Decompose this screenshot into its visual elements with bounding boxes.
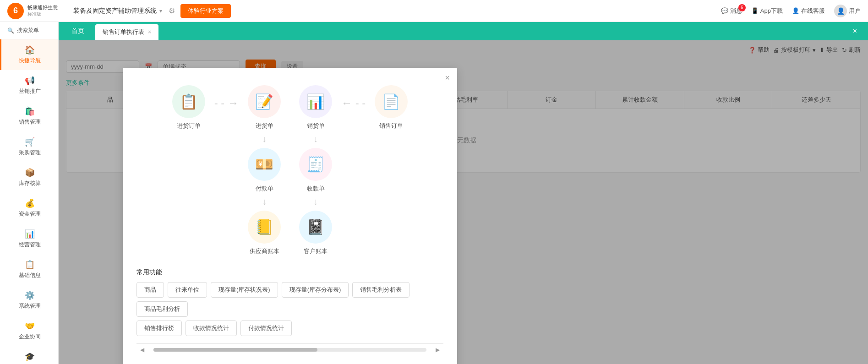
receipt-label: 收款单 (307, 185, 325, 193)
flow-node-supplier-ledger: 📒 供应商账本 (248, 211, 281, 255)
purchase-order-icon: 📋 (172, 85, 205, 118)
sidebar-label-inventory: 库存核算 (19, 179, 41, 187)
basic-icon: 📋 (25, 260, 35, 270)
system-icon: ⚙️ (25, 290, 35, 300)
sidebar-label-purchase: 采购管理 (19, 149, 41, 157)
sales-icon: 🛍️ (25, 106, 35, 116)
settings-icon[interactable]: ⚙ (169, 6, 175, 15)
sidebar-item-marketing[interactable]: 📢 营销推广 (0, 70, 58, 101)
tab-sales-order[interactable]: 销售订单执行表 × (95, 24, 158, 40)
flow-node-purchase-bill: 📝 进货单 (248, 85, 281, 130)
func-btn-sales-profit[interactable]: 销售毛利分析表 (352, 282, 409, 298)
operation-icon: 📊 (25, 229, 35, 239)
sidebar-item-newbie[interactable]: 🎓 新手引导 (0, 346, 58, 364)
func-btn-stock-status[interactable]: 现存量(库存状况表) (211, 282, 278, 298)
purchase-bill-label: 进货单 (256, 122, 273, 130)
purchase-icon: 🛒 (25, 137, 35, 147)
flow-node-purchase-order: 📋 进货订单 (172, 85, 205, 130)
user-name: 用户 (849, 7, 861, 15)
quick-nav-icon: 🏠 (25, 45, 35, 55)
app-download-icon: 📱 (751, 7, 759, 14)
search-menu[interactable]: 🔍 搜索菜单 (0, 22, 58, 39)
sidebar-item-enterprise[interactable]: 🤝 企业协同 (0, 315, 58, 346)
common-functions: 常用功能 商品 往来单位 现存量(库存状况表) 现存量(库存分布表) 销售毛利分… (136, 268, 443, 336)
tab-bar-close-icon[interactable]: × (846, 27, 864, 35)
search-icon: 🔍 (7, 27, 14, 34)
modal-overlay[interactable]: × 📋 进货订单 (59, 40, 868, 364)
online-service-label: 在线客服 (801, 7, 825, 15)
flow-node-receipt: 🧾 收款单 (299, 148, 332, 193)
flow-node-customer-ledger: 📓 客户账本 (299, 211, 332, 255)
tab-sales-order-label: 销售订单执行表 (103, 28, 144, 36)
sidebar-item-purchase[interactable]: 🛒 采购管理 (0, 131, 58, 162)
enterprise-icon: 🤝 (25, 321, 35, 331)
func-buttons-row2: 销售排行榜 收款情况统计 付款情况统计 (136, 321, 443, 336)
receipt-icon: 🧾 (299, 148, 332, 181)
sidebar-item-quick-nav[interactable]: 🏠 快捷导航 (0, 39, 58, 70)
scroll-track (153, 348, 426, 352)
sidebar-item-inventory[interactable]: 📦 库存核算 (0, 162, 58, 193)
app-download-label: App下载 (760, 7, 783, 15)
message-action[interactable]: 💬 消息 6 (721, 7, 742, 15)
purchase-bill-icon: 📝 (248, 85, 281, 118)
tab-home[interactable]: 首页 (62, 22, 93, 40)
sales-bill-icon: 📊 (299, 85, 332, 118)
func-btn-product[interactable]: 商品 (136, 282, 164, 298)
search-label: 搜索菜单 (17, 27, 39, 34)
purchase-order-label: 进货订单 (177, 122, 201, 130)
sidebar-label-marketing: 营销推广 (19, 87, 41, 95)
message-icon: 💬 (721, 7, 728, 14)
logo-sub: 标准版 (27, 11, 58, 17)
content-area: 首页 销售订单执行表 × × ❓ 帮助 (59, 22, 868, 364)
sidebar-label-quick-nav: 快捷导航 (19, 57, 41, 65)
logo-icon: 6 (7, 3, 24, 19)
tab-close-icon[interactable]: × (148, 29, 151, 35)
flow-node-payment: 💴 付款单 (248, 148, 281, 193)
experience-btn[interactable]: 体验行业方案 (180, 4, 231, 18)
logo-area: 6 畅康通好生意 标准版 (7, 3, 66, 19)
sidebar-item-system[interactable]: ⚙️ 系统管理 (0, 285, 58, 315)
inventory-icon: 📦 (25, 168, 35, 178)
func-btn-payment-stats[interactable]: 付款情况统计 (240, 321, 292, 336)
system-name: 装备及固定资产辅助管理系统 (73, 7, 157, 15)
scroll-bar-area: ◀ ▶ (136, 343, 443, 356)
app-download-action[interactable]: 📱 App下载 (751, 7, 783, 15)
online-service-action[interactable]: 👤 在线客服 (792, 7, 825, 15)
flow-node-sales-order: 📄 销售订单 (375, 85, 408, 130)
user-action[interactable]: 👤 用户 (834, 5, 861, 17)
func-btn-product-profit[interactable]: 商品毛利分析 (136, 301, 188, 317)
customer-ledger-label: 客户账本 (304, 247, 328, 255)
system-title: 装备及固定资产辅助管理系统 ▾ ⚙ (73, 6, 175, 15)
payment-label: 付款单 (256, 185, 273, 193)
marketing-icon: 📢 (25, 76, 35, 86)
tab-bar: 首页 销售订单执行表 × × (59, 22, 868, 40)
func-btn-stock-dist[interactable]: 现存量(库存分布表) (282, 282, 349, 298)
user-avatar: 👤 (834, 5, 847, 17)
top-right-actions: 💬 消息 6 📱 App下载 👤 在线客服 👤 用户 (721, 5, 861, 17)
finance-icon: 💰 (25, 198, 35, 208)
func-btn-counterpart[interactable]: 往来单位 (168, 282, 207, 298)
func-btn-receipt-stats[interactable]: 收款情况统计 (186, 321, 237, 336)
scroll-left-btn[interactable]: ◀ (136, 347, 148, 353)
sidebar: 🔍 搜索菜单 🏠 快捷导航 📢 营销推广 🛍️ 销售管理 🛒 采购管理 📦 (0, 22, 59, 364)
logo-text: 畅康通好生意 (27, 4, 58, 11)
sidebar-label-operation: 经营管理 (19, 241, 41, 249)
scroll-right-btn[interactable]: ▶ (432, 347, 443, 353)
func-btn-sales-rank[interactable]: 销售排行榜 (136, 321, 182, 336)
scroll-thumb[interactable] (153, 348, 317, 352)
sidebar-item-finance[interactable]: 💰 资金管理 (0, 193, 58, 223)
system-dropdown-icon[interactable]: ▾ (159, 8, 162, 14)
sales-bill-label: 销货单 (307, 122, 325, 130)
newbie-icon: 🎓 (25, 352, 35, 362)
sidebar-item-basic[interactable]: 📋 基础信息 (0, 254, 58, 285)
func-buttons-row1: 商品 往来单位 现存量(库存状况表) 现存量(库存分布表) 销售毛利分析表 商品… (136, 282, 443, 317)
sales-order-icon: 📄 (375, 85, 408, 118)
online-service-icon: 👤 (792, 7, 799, 14)
sidebar-item-operation[interactable]: 📊 经营管理 (0, 223, 58, 254)
sidebar-label-system: 系统管理 (19, 302, 41, 310)
payment-icon: 💴 (248, 148, 281, 181)
sidebar-item-sales[interactable]: 🛍️ 销售管理 (0, 101, 58, 131)
supplier-ledger-icon: 📒 (248, 211, 281, 244)
sales-order-label: 销售订单 (379, 122, 403, 130)
modal-close-btn[interactable]: × (445, 73, 450, 83)
